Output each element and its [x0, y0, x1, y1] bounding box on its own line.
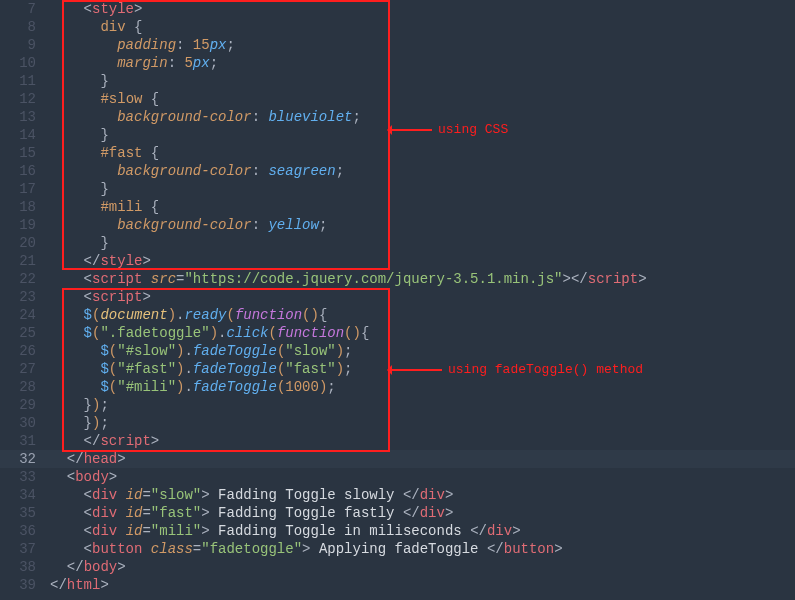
code-line[interactable]: 38 </body> [0, 558, 795, 576]
code-content[interactable]: background-color: yellow; [50, 216, 795, 234]
line-number: 39 [0, 576, 50, 594]
code-content[interactable]: <div id="mili"> Fadding Toggle in milise… [50, 522, 795, 540]
line-number: 28 [0, 378, 50, 396]
code-content[interactable]: #slow { [50, 90, 795, 108]
code-line[interactable]: 34 <div id="slow"> Fadding Toggle slowly… [0, 486, 795, 504]
line-number: 30 [0, 414, 50, 432]
code-line[interactable]: 32 </head> [0, 450, 795, 468]
code-line[interactable]: 17 } [0, 180, 795, 198]
code-line[interactable]: 31 </script> [0, 432, 795, 450]
code-content[interactable]: </html> [50, 576, 795, 594]
code-content[interactable]: <script src="https://code.jquery.com/jqu… [50, 270, 795, 288]
code-content[interactable]: </script> [50, 432, 795, 450]
code-content[interactable]: $(".fadetoggle").click(function(){ [50, 324, 795, 342]
line-number: 8 [0, 18, 50, 36]
code-content[interactable]: background-color: seagreen; [50, 162, 795, 180]
code-line[interactable]: 35 <div id="fast"> Fadding Toggle fastly… [0, 504, 795, 522]
line-number: 27 [0, 360, 50, 378]
line-number: 23 [0, 288, 50, 306]
line-number: 33 [0, 468, 50, 486]
line-number: 19 [0, 216, 50, 234]
line-number: 9 [0, 36, 50, 54]
code-content[interactable]: padding: 15px; [50, 36, 795, 54]
code-line[interactable]: 25 $(".fadetoggle").click(function(){ [0, 324, 795, 342]
code-content[interactable]: <div id="slow"> Fadding Toggle slowly </… [50, 486, 795, 504]
code-line[interactable]: 21 </style> [0, 252, 795, 270]
line-number: 37 [0, 540, 50, 558]
code-content[interactable]: $("#mili").fadeToggle(1000); [50, 378, 795, 396]
line-number: 32 [0, 450, 50, 468]
line-number: 22 [0, 270, 50, 288]
line-number: 34 [0, 486, 50, 504]
code-content[interactable]: } [50, 126, 795, 144]
code-content[interactable]: } [50, 72, 795, 90]
code-content[interactable]: <style> [50, 0, 795, 18]
code-line[interactable]: 27 $("#fast").fadeToggle("fast"); [0, 360, 795, 378]
code-line[interactable]: 23 <script> [0, 288, 795, 306]
line-number: 10 [0, 54, 50, 72]
line-number: 18 [0, 198, 50, 216]
code-content[interactable]: </head> [50, 450, 795, 468]
code-content[interactable]: <div id="fast"> Fadding Toggle fastly </… [50, 504, 795, 522]
code-line[interactable]: 29 }); [0, 396, 795, 414]
code-content[interactable]: }); [50, 396, 795, 414]
code-line[interactable]: 7 <style> [0, 0, 795, 18]
line-number: 26 [0, 342, 50, 360]
code-line[interactable]: 11 } [0, 72, 795, 90]
line-number: 13 [0, 108, 50, 126]
code-content[interactable]: <script> [50, 288, 795, 306]
code-content[interactable]: $(document).ready(function(){ [50, 306, 795, 324]
code-line[interactable]: 16 background-color: seagreen; [0, 162, 795, 180]
line-number: 36 [0, 522, 50, 540]
line-number: 15 [0, 144, 50, 162]
code-line[interactable]: 24 $(document).ready(function(){ [0, 306, 795, 324]
code-line[interactable]: 39</html> [0, 576, 795, 594]
line-number: 31 [0, 432, 50, 450]
code-content[interactable]: margin: 5px; [50, 54, 795, 72]
code-line[interactable]: 36 <div id="mili"> Fadding Toggle in mil… [0, 522, 795, 540]
line-number: 24 [0, 306, 50, 324]
line-number: 17 [0, 180, 50, 198]
code-line[interactable]: 22 <script src="https://code.jquery.com/… [0, 270, 795, 288]
code-content[interactable]: } [50, 234, 795, 252]
code-content[interactable]: </body> [50, 558, 795, 576]
code-line[interactable]: 13 background-color: blueviolet; [0, 108, 795, 126]
line-number: 11 [0, 72, 50, 90]
line-number: 29 [0, 396, 50, 414]
line-number: 16 [0, 162, 50, 180]
code-line[interactable]: 12 #slow { [0, 90, 795, 108]
code-content[interactable]: #fast { [50, 144, 795, 162]
line-number: 35 [0, 504, 50, 522]
code-content[interactable]: }); [50, 414, 795, 432]
code-line[interactable]: 37 <button class="fadetoggle"> Applying … [0, 540, 795, 558]
code-line[interactable]: 20 } [0, 234, 795, 252]
code-content[interactable]: $("#fast").fadeToggle("fast"); [50, 360, 795, 378]
code-line[interactable]: 9 padding: 15px; [0, 36, 795, 54]
code-line[interactable]: 30 }); [0, 414, 795, 432]
code-line[interactable]: 26 $("#slow").fadeToggle("slow"); [0, 342, 795, 360]
code-line[interactable]: 10 margin: 5px; [0, 54, 795, 72]
code-content[interactable]: #mili { [50, 198, 795, 216]
code-content[interactable]: </style> [50, 252, 795, 270]
code-content[interactable]: background-color: blueviolet; [50, 108, 795, 126]
code-line[interactable]: 19 background-color: yellow; [0, 216, 795, 234]
code-content[interactable]: <body> [50, 468, 795, 486]
line-number: 25 [0, 324, 50, 342]
line-number: 38 [0, 558, 50, 576]
code-line[interactable]: 15 #fast { [0, 144, 795, 162]
code-line[interactable]: 18 #mili { [0, 198, 795, 216]
code-line[interactable]: 8 div { [0, 18, 795, 36]
code-editor[interactable]: 7 <style>8 div {9 padding: 15px;10 margi… [0, 0, 795, 594]
code-line[interactable]: 28 $("#mili").fadeToggle(1000); [0, 378, 795, 396]
code-line[interactable]: 14 } [0, 126, 795, 144]
line-number: 12 [0, 90, 50, 108]
code-line[interactable]: 33 <body> [0, 468, 795, 486]
code-content[interactable]: <button class="fadetoggle"> Applying fad… [50, 540, 795, 558]
line-number: 21 [0, 252, 50, 270]
code-content[interactable]: $("#slow").fadeToggle("slow"); [50, 342, 795, 360]
code-content[interactable]: } [50, 180, 795, 198]
line-number: 7 [0, 0, 50, 18]
line-number: 20 [0, 234, 50, 252]
line-number: 14 [0, 126, 50, 144]
code-content[interactable]: div { [50, 18, 795, 36]
